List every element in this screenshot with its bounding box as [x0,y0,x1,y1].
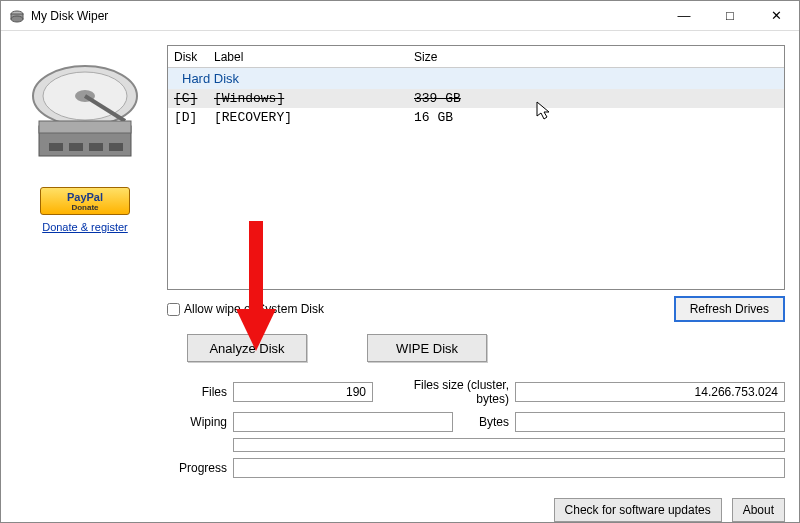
filesize-label: Files size (cluster, bytes) [379,378,509,406]
row-label: [Windows] [214,91,414,106]
footer: Check for software updates About [1,492,799,523]
hard-disk-image [25,51,145,171]
header-label[interactable]: Label [214,50,414,64]
list-row[interactable]: [D] [RECOVERY] 16 GB [168,108,784,127]
window-title: My Disk Wiper [31,9,661,23]
allow-wipe-checkbox-label[interactable]: Allow wipe of System Disk [167,302,324,316]
allow-wipe-text: Allow wipe of System Disk [184,302,324,316]
svg-rect-8 [49,143,63,151]
app-window: My Disk Wiper — □ ✕ [0,0,800,523]
analyze-disk-button[interactable]: Analyze Disk [187,334,307,362]
stats-row-wiping-bar [167,438,785,452]
svg-point-2 [11,16,23,22]
about-button[interactable]: About [732,498,785,522]
stats-row-files: Files 190 Files size (cluster, bytes) 14… [167,378,785,406]
files-label: Files [167,385,227,399]
minimize-button[interactable]: — [661,1,707,31]
list-row[interactable]: [C] [Windows] 339 GB [168,89,784,108]
row-disk: [D] [174,110,214,125]
refresh-drives-button[interactable]: Refresh Drives [674,296,785,322]
donate-register-link[interactable]: Donate & register [42,221,128,233]
stats-row-wiping: Wiping Bytes [167,412,785,432]
svg-rect-9 [69,143,83,151]
paypal-subtext: Donate [71,203,98,212]
svg-rect-10 [89,143,103,151]
files-value: 190 [233,382,373,402]
action-buttons-row: Analyze Disk WIPE Disk [167,334,785,362]
progress-label: Progress [167,461,227,475]
wiping-label: Wiping [167,415,227,429]
row-disk: [C] [174,91,214,106]
titlebar: My Disk Wiper — □ ✕ [1,1,799,31]
paypal-donate-button[interactable]: PayPal Donate [40,187,130,215]
header-size[interactable]: Size [414,50,784,64]
check-updates-button[interactable]: Check for software updates [554,498,722,522]
app-icon [9,8,25,24]
progress-bar [233,458,785,478]
allow-wipe-checkbox[interactable] [167,303,180,316]
wiping-progress-bar [233,438,785,452]
bytes-label: Bytes [459,415,509,429]
maximize-button[interactable]: □ [707,1,753,31]
header-disk[interactable]: Disk [174,50,214,64]
wiping-value [233,412,453,432]
stats-row-progress: Progress [167,458,785,478]
row-size: 16 GB [414,110,778,125]
list-options-row: Allow wipe of System Disk Refresh Drives [167,296,785,322]
row-size: 339 GB [414,91,778,106]
filesize-value: 14.266.753.024 [515,382,785,402]
content-area: PayPal Donate Donate & register Disk Lab… [1,31,799,492]
paypal-text: PayPal [67,191,103,203]
bytes-value [515,412,785,432]
row-label: [RECOVERY] [214,110,414,125]
stats-panel: Files 190 Files size (cluster, bytes) 14… [167,378,785,478]
svg-rect-7 [39,121,131,133]
close-button[interactable]: ✕ [753,1,799,31]
main-panel: Disk Label Size Hard Disk [C] [Windows] … [167,45,785,478]
window-controls: — □ ✕ [661,1,799,31]
list-group[interactable]: Hard Disk [168,68,784,89]
list-header: Disk Label Size [168,46,784,68]
sidebar: PayPal Donate Donate & register [15,45,155,478]
wipe-disk-button[interactable]: WIPE Disk [367,334,487,362]
svg-rect-11 [109,143,123,151]
disk-list[interactable]: Disk Label Size Hard Disk [C] [Windows] … [167,45,785,290]
